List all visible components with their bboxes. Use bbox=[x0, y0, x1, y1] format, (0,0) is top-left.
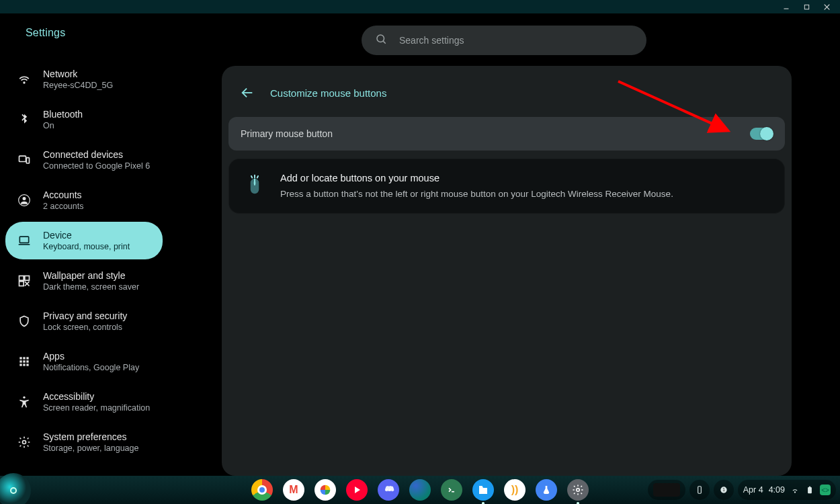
svg-rect-21 bbox=[26, 364, 28, 366]
accessibility-icon bbox=[17, 395, 31, 409]
sidebar-item-label: Bluetooth bbox=[43, 109, 83, 120]
sidebar-item-sublabel: Keyboard, mouse, print bbox=[43, 242, 130, 251]
tray-dev-icon: <> bbox=[820, 485, 831, 495]
tray-phone-hub-icon[interactable] bbox=[689, 480, 710, 500]
settings-panel: Customize mouse buttons Primary mouse bu… bbox=[222, 66, 792, 476]
window-close-button[interactable] bbox=[817, 0, 836, 13]
shelf-app-settings-icon[interactable] bbox=[567, 479, 589, 501]
sidebar-item-sublabel: On bbox=[43, 121, 83, 130]
app-title: Settings bbox=[5, 13, 163, 58]
setting-label: Primary mouse button bbox=[241, 128, 333, 139]
sidebar-item-accounts[interactable]: Accounts 2 accounts bbox=[5, 181, 163, 219]
apps-grid-icon bbox=[17, 355, 31, 368]
sidebar-item-label: Connected devices bbox=[43, 149, 150, 160]
shelf-app-edge-icon[interactable] bbox=[409, 479, 431, 501]
sidebar-item-bluetooth[interactable]: Bluetooth On bbox=[5, 101, 163, 138]
sidebar-item-label: Device bbox=[43, 230, 130, 241]
bluetooth-icon bbox=[17, 113, 31, 126]
tray-date: Apr 4 bbox=[743, 485, 763, 495]
shelf-app-chrome-icon[interactable] bbox=[251, 479, 273, 501]
sidebar-item-label: Network bbox=[43, 69, 113, 79]
launcher-button[interactable] bbox=[0, 473, 31, 504]
add-buttons-description: Press a button that's not the left or ri… bbox=[280, 189, 673, 199]
back-button[interactable] bbox=[235, 81, 259, 105]
sidebar-item-sublabel: Lock screen, controls bbox=[43, 323, 127, 332]
svg-rect-13 bbox=[19, 357, 22, 359]
page-title: Customize mouse buttons bbox=[270, 87, 386, 99]
sidebar-item-privacy[interactable]: Privacy and security Lock screen, contro… bbox=[5, 302, 163, 340]
wifi-icon bbox=[17, 73, 31, 86]
primary-mouse-button-toggle[interactable] bbox=[750, 128, 773, 140]
sidebar-item-sublabel: Screen reader, magnification bbox=[43, 403, 150, 413]
svg-rect-1 bbox=[804, 5, 808, 9]
shield-icon bbox=[17, 314, 31, 328]
sidebar-item-connected-devices[interactable]: Connected devices Connected to Google Pi… bbox=[5, 141, 163, 179]
svg-rect-18 bbox=[26, 360, 28, 362]
sidebar-item-label: Wallpaper and style bbox=[43, 270, 139, 281]
svg-rect-29 bbox=[254, 181, 256, 185]
sidebar-item-label: System preferences bbox=[43, 431, 138, 442]
sidebar-item-device[interactable]: Device Keyboard, mouse, print bbox=[5, 222, 163, 259]
svg-rect-16 bbox=[19, 360, 22, 362]
mouse-add-icon bbox=[244, 173, 265, 200]
shelf-app-terminal-icon[interactable] bbox=[441, 479, 462, 501]
sidebar-item-system-preferences[interactable]: System preferences Storage, power, langu… bbox=[5, 423, 163, 461]
shelf-app-gmail-icon[interactable]: M bbox=[283, 479, 304, 501]
shelf-app-icon[interactable]: )) bbox=[504, 479, 526, 501]
svg-rect-15 bbox=[26, 357, 28, 359]
sidebar-item-apps[interactable]: Apps Notifications, Google Play bbox=[5, 343, 163, 380]
gear-icon bbox=[17, 435, 31, 449]
svg-rect-11 bbox=[25, 276, 30, 281]
shelf-app-labs-icon[interactable] bbox=[536, 479, 557, 501]
svg-rect-34 bbox=[698, 487, 701, 494]
sidebar-item-network[interactable]: Network Reyee-sC4DD_5G bbox=[5, 60, 163, 98]
sidebar-item-label: Accessibility bbox=[43, 391, 150, 402]
sidebar-item-wallpaper[interactable]: Wallpaper and style Dark theme, screen s… bbox=[5, 262, 163, 300]
sidebar-item-sublabel: Notifications, Google Play bbox=[43, 363, 139, 372]
shelf-app-files-icon[interactable] bbox=[472, 479, 494, 501]
tray-status-area[interactable]: Apr 4 4:09 <> bbox=[738, 480, 836, 500]
shelf-app-photos-icon[interactable] bbox=[314, 479, 336, 501]
tray-holding-space[interactable] bbox=[648, 480, 685, 500]
wifi-status-icon bbox=[790, 485, 800, 495]
svg-rect-17 bbox=[23, 360, 25, 362]
sidebar-item-label: Privacy and security bbox=[43, 310, 127, 321]
search-icon bbox=[375, 33, 387, 48]
svg-rect-10 bbox=[19, 276, 24, 281]
shelf-app-discord-icon[interactable] bbox=[378, 479, 399, 501]
settings-app: Settings Network Reyee-sC4DD_5G Bluetoot… bbox=[0, 13, 840, 476]
battery-status-icon bbox=[805, 485, 814, 495]
svg-rect-14 bbox=[23, 357, 25, 359]
svg-rect-37 bbox=[808, 487, 812, 493]
sidebar: Settings Network Reyee-sC4DD_5G Bluetoot… bbox=[0, 13, 168, 476]
window-minimize-button[interactable] bbox=[777, 0, 796, 13]
sidebar-item-sublabel: Connected to Google Pixel 6 bbox=[43, 161, 150, 171]
tray-time: 4:09 bbox=[769, 485, 785, 495]
sidebar-item-sublabel: Dark theme, screen saver bbox=[43, 282, 139, 292]
svg-point-33 bbox=[577, 489, 580, 492]
tray-notifications-icon[interactable]: 1 bbox=[714, 480, 734, 500]
add-buttons-card: Add or locate buttons on your mouse Pres… bbox=[228, 159, 785, 214]
svg-rect-38 bbox=[809, 487, 810, 487]
svg-rect-12 bbox=[19, 282, 24, 286]
shelf-apps: M )) bbox=[251, 479, 589, 501]
search-bar[interactable] bbox=[362, 26, 646, 55]
laptop-icon bbox=[17, 234, 31, 247]
svg-point-23 bbox=[23, 441, 26, 444]
search-input[interactable] bbox=[399, 35, 633, 46]
main-area: Customize mouse buttons Primary mouse bu… bbox=[168, 13, 840, 476]
sidebar-item-accessibility[interactable]: Accessibility Screen reader, magnificati… bbox=[5, 383, 163, 421]
accounts-icon bbox=[17, 194, 31, 207]
add-buttons-title: Add or locate buttons on your mouse bbox=[280, 173, 673, 183]
sidebar-item-label: Apps bbox=[43, 351, 139, 362]
wallpaper-icon bbox=[17, 274, 31, 288]
svg-point-24 bbox=[377, 35, 384, 42]
svg-rect-5 bbox=[26, 158, 29, 163]
shelf-app-youtube-music-icon[interactable] bbox=[346, 479, 368, 501]
status-tray: 1 Apr 4 4:09 <> bbox=[648, 480, 836, 500]
window-titlebar bbox=[0, 0, 840, 13]
svg-rect-4 bbox=[19, 156, 26, 161]
window-maximize-button[interactable] bbox=[797, 0, 816, 13]
svg-rect-19 bbox=[19, 364, 22, 366]
svg-text:1: 1 bbox=[722, 487, 725, 492]
